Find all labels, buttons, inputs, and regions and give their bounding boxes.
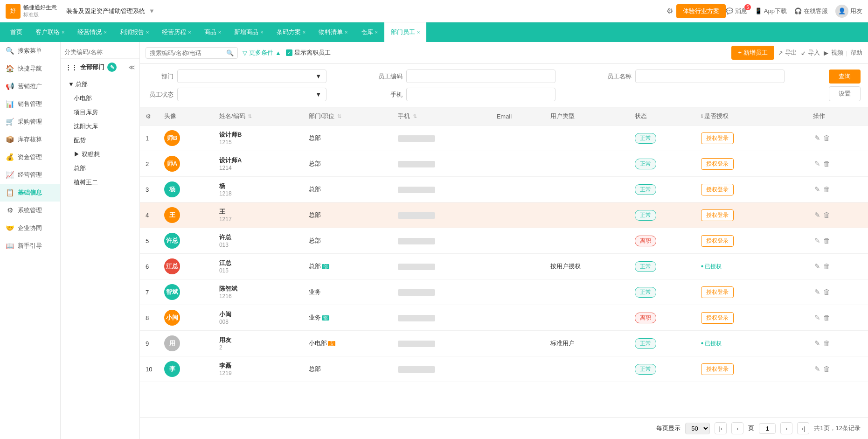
- show-resigned-toggle[interactable]: ✓ 显示离职员工: [286, 49, 331, 57]
- export-btn[interactable]: ↗ 导出: [778, 49, 797, 57]
- col-auth[interactable]: ℹ 是否授权: [695, 107, 785, 125]
- edit-icon[interactable]: ✎: [814, 134, 820, 142]
- edit-icon[interactable]: ✎: [814, 160, 820, 167]
- auth-btn[interactable]: 授权登录: [701, 286, 734, 298]
- dept-search-input[interactable]: [64, 49, 143, 56]
- filter-btn[interactable]: ▽ 更多条件 ▲: [243, 49, 281, 57]
- page-next-btn[interactable]: ›: [780, 422, 792, 434]
- page-size-select[interactable]: 50: [685, 423, 710, 434]
- row-name[interactable]: 杨1218: [214, 177, 303, 202]
- search-input[interactable]: [150, 49, 224, 56]
- delete-icon[interactable]: 🗑: [823, 211, 830, 219]
- row-name[interactable]: 许总013: [214, 228, 303, 254]
- filter-emp-code-input[interactable]: [406, 70, 556, 83]
- search-icon[interactable]: 🔍: [226, 49, 234, 56]
- auth-btn[interactable]: 授权登录: [701, 235, 734, 247]
- delete-icon[interactable]: 🗑: [823, 288, 830, 296]
- sidebar-menu-item[interactable]: 📈经营管理: [0, 166, 60, 184]
- show-resigned-checkbox[interactable]: ✓: [286, 49, 292, 56]
- delete-icon[interactable]: 🗑: [823, 262, 830, 270]
- settings-icon[interactable]: ⚙: [663, 5, 676, 18]
- sidebar-menu-item[interactable]: 💰资金管理: [0, 148, 60, 166]
- row-name[interactable]: 李磊1219: [214, 356, 303, 382]
- set-button[interactable]: 设置: [829, 86, 861, 101]
- sidebar-menu-item[interactable]: 📦库存核算: [0, 131, 60, 148]
- row-name[interactable]: 设计师A1214: [214, 151, 303, 177]
- system-title-dropdown[interactable]: ▼: [149, 7, 155, 14]
- edit-icon[interactable]: ✎: [814, 211, 820, 219]
- filter-phone-input[interactable]: [406, 88, 556, 101]
- dept-tree-item[interactable]: ▶ 双瞪想: [61, 147, 139, 161]
- delete-icon[interactable]: 🗑: [823, 185, 830, 193]
- sidebar-menu-item[interactable]: 📢营销推广: [0, 77, 60, 95]
- nav-item[interactable]: 利润报告×: [113, 22, 155, 42]
- row-name[interactable]: 小闽008: [214, 305, 303, 331]
- add-employee-button[interactable]: + 新增员工: [731, 46, 774, 60]
- row-auth[interactable]: 授权登录: [695, 202, 785, 228]
- delete-icon[interactable]: 🗑: [823, 237, 830, 244]
- sidebar-menu-item[interactable]: 📖新手引导: [0, 237, 60, 255]
- dept-tree-item[interactable]: 小电部: [61, 91, 139, 105]
- dept-tree-item[interactable]: 配货: [61, 133, 139, 147]
- delete-icon[interactable]: 🗑: [823, 339, 830, 347]
- nav-item[interactable]: 仓库×: [354, 22, 384, 42]
- nav-item[interactable]: 条码方案×: [270, 22, 312, 42]
- row-auth[interactable]: 授权登录: [695, 151, 785, 177]
- sidebar-menu-item[interactable]: 🔍搜索菜单: [0, 42, 60, 60]
- col-name[interactable]: 姓名/编码 ⇅: [214, 107, 303, 125]
- auth-btn[interactable]: 授权登录: [701, 132, 734, 144]
- trial-button[interactable]: 体验行业方案: [676, 4, 726, 18]
- nav-item[interactable]: 部门员工×: [384, 22, 426, 42]
- row-auth[interactable]: 授权登录: [695, 177, 785, 202]
- row-auth[interactable]: 授权登录: [695, 279, 785, 305]
- nav-item[interactable]: 新增商品×: [228, 22, 270, 42]
- sidebar-menu-item[interactable]: ⚙系统管理: [0, 202, 60, 219]
- row-name[interactable]: 设计师B1215: [214, 125, 303, 151]
- row-name[interactable]: 陈智斌1216: [214, 279, 303, 305]
- auth-btn[interactable]: 授权登录: [701, 158, 734, 170]
- edit-icon[interactable]: ✎: [814, 365, 820, 373]
- row-auth[interactable]: 授权登录: [695, 305, 785, 331]
- nav-item[interactable]: 经营情况×: [71, 22, 113, 42]
- col-settings[interactable]: ⚙: [140, 107, 159, 125]
- import-btn[interactable]: ↙ 导入: [801, 49, 820, 57]
- auth-btn[interactable]: 授权登录: [701, 184, 734, 195]
- sidebar-menu-item[interactable]: 🛒采购管理: [0, 113, 60, 131]
- auth-btn[interactable]: 授权登录: [701, 363, 734, 375]
- dept-collapse-btn[interactable]: ≪: [128, 64, 135, 71]
- app-download-btn[interactable]: 📱 App下载: [755, 7, 787, 15]
- sidebar-menu-item[interactable]: 📋基础信息: [0, 184, 60, 202]
- page-input[interactable]: [759, 423, 776, 434]
- dept-tree-item[interactable]: 总部: [61, 161, 139, 175]
- sidebar-menu-item[interactable]: 🏠快捷导航: [0, 60, 60, 77]
- dept-tree-item[interactable]: 项目库房: [61, 105, 139, 119]
- edit-icon[interactable]: ✎: [814, 314, 820, 321]
- filter-emp-name-input[interactable]: [635, 70, 785, 83]
- message-btn[interactable]: 💬 消息 5: [726, 7, 747, 15]
- page-last-btn[interactable]: ›|: [797, 422, 809, 434]
- page-prev-btn[interactable]: ‹: [731, 422, 743, 434]
- row-auth[interactable]: 授权登录: [695, 228, 785, 254]
- sidebar-menu-item[interactable]: 🤝企业协同: [0, 219, 60, 237]
- page-first-btn[interactable]: |‹: [715, 422, 727, 434]
- user-menu[interactable]: 👤 用友: [835, 5, 862, 18]
- row-name[interactable]: 王1217: [214, 202, 303, 228]
- filter-emp-status-select[interactable]: ▼: [177, 88, 326, 101]
- sidebar-menu-item[interactable]: 📊销售管理: [0, 95, 60, 113]
- auth-btn[interactable]: 授权登录: [701, 312, 734, 324]
- col-dept[interactable]: 部门/职位 ⇅: [303, 107, 393, 125]
- col-phone[interactable]: 手机 ⇅: [392, 107, 491, 125]
- row-auth[interactable]: 授权登录: [695, 356, 785, 382]
- online-service-btn[interactable]: 🎧 在线客服: [794, 7, 828, 15]
- edit-icon[interactable]: ✎: [814, 237, 820, 244]
- dept-tree-item[interactable]: 沈阳大库: [61, 119, 139, 133]
- query-button[interactable]: 查询: [829, 70, 861, 84]
- nav-item[interactable]: 物料清单×: [312, 22, 354, 42]
- edit-icon[interactable]: ✎: [814, 288, 820, 296]
- nav-item[interactable]: 首页: [4, 22, 29, 42]
- dept-edit-btn[interactable]: ✎: [107, 63, 117, 72]
- dept-tree-item[interactable]: 植树王二: [61, 175, 139, 189]
- nav-item[interactable]: 客户联络×: [29, 22, 71, 42]
- edit-icon[interactable]: ✎: [814, 262, 820, 270]
- filter-dept-select[interactable]: ▼: [177, 70, 326, 83]
